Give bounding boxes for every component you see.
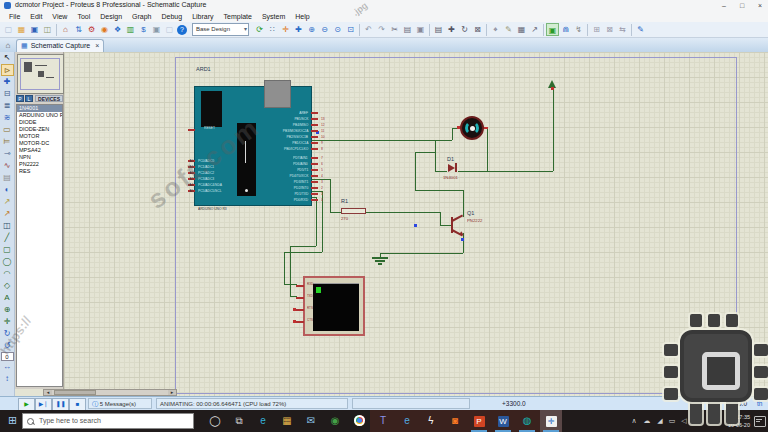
pan-button[interactable]: ✚: [292, 23, 305, 36]
make-device-button[interactable]: ✎: [502, 23, 515, 36]
library-button[interactable]: L: [25, 95, 33, 102]
schematic-module-button[interactable]: ⇅: [72, 23, 85, 36]
voltage-probe-mode[interactable]: ↗: [1, 196, 14, 208]
zoom-area-button[interactable]: ⊡: [344, 23, 357, 36]
bom-module-button[interactable]: $: [137, 23, 150, 36]
decompose-button[interactable]: ↗: [528, 23, 541, 36]
notification-center-icon[interactable]: [754, 416, 766, 427]
diode-component[interactable]: [448, 164, 455, 172]
zoom-in-button[interactable]: ⊕: [305, 23, 318, 36]
scrollbar-thumb[interactable]: [54, 390, 96, 395]
teams-taskbar-button[interactable]: T: [372, 410, 394, 432]
device-item-motor[interactable]: MOTOR: [17, 133, 62, 140]
menu-help[interactable]: Help: [290, 13, 314, 20]
block-move-button[interactable]: ✚: [445, 23, 458, 36]
wire-segment[interactable]: [312, 140, 452, 141]
packaging-tool-button[interactable]: ▦: [515, 23, 528, 36]
device-item-arduino uno r3[interactable]: ARDUINO UNO R3: [17, 112, 62, 119]
terminal-pin-stub[interactable]: [296, 297, 304, 299]
pin-stub[interactable]: [311, 118, 318, 120]
terminal-mode[interactable]: ⊨: [1, 136, 14, 148]
device-item-1n4001[interactable]: 1N4001: [17, 105, 62, 112]
cut-button[interactable]: ✂: [388, 23, 401, 36]
2d-circle-mode[interactable]: ◯: [1, 256, 14, 268]
subcircuit-mode[interactable]: ▭: [1, 124, 14, 136]
start-button[interactable]: ⊞: [6, 414, 19, 427]
menu-file[interactable]: File: [4, 13, 25, 20]
block-rotate-button[interactable]: ↻: [458, 23, 471, 36]
green-app-taskbar-button[interactable]: ◉: [324, 410, 346, 432]
schematic-canvas[interactable]: ARD1 RESET ARDUINO UNO R3 AREFPB5/SCK13P…: [64, 52, 768, 396]
maximize-button[interactable]: □: [734, 0, 750, 11]
network-icon[interactable]: ◢: [654, 410, 666, 432]
device-item-res[interactable]: RES: [17, 168, 62, 175]
wire-segment[interactable]: [463, 190, 464, 217]
virtual-terminal-component[interactable]: RXDTXDRTSCTS: [303, 276, 365, 336]
edge-taskbar-button[interactable]: e: [252, 410, 274, 432]
mirror-vertical[interactable]: ↕: [1, 373, 14, 385]
arduino-uno-component[interactable]: RESET ARDUINO UNO R3 AREFPB5/SCK13PB4/MI…: [194, 86, 312, 206]
wire-segment[interactable]: [366, 212, 440, 213]
wire-segment[interactable]: [415, 152, 435, 153]
tab-schematic-capture[interactable]: ▦Schematic Capture×: [16, 39, 104, 52]
mail-taskbar-button[interactable]: ✉: [300, 410, 322, 432]
wire-segment[interactable]: [487, 128, 488, 171]
redo-button[interactable]: ↷: [375, 23, 388, 36]
menu-library[interactable]: Library: [187, 13, 218, 20]
search-input[interactable]: Type here to search: [22, 413, 194, 429]
toggle-grid-button[interactable]: ∷: [266, 23, 279, 36]
device-item-npn[interactable]: NPN: [17, 154, 62, 161]
notes-module-button[interactable]: ▢: [163, 23, 176, 36]
pin-stub[interactable]: [311, 157, 318, 159]
powerpoint-taskbar-button[interactable]: P: [468, 410, 490, 432]
pin-stub[interactable]: [311, 199, 318, 201]
zoom-out-button[interactable]: ⊖: [318, 23, 331, 36]
schematic-overview-preview[interactable]: [17, 54, 64, 94]
device-item-pn2222[interactable]: PN2222: [17, 161, 62, 168]
wire-segment[interactable]: [435, 140, 436, 171]
onedrive-icon[interactable]: ☁: [641, 410, 653, 432]
2d-marker-mode[interactable]: ✛: [1, 316, 14, 328]
monitor-module-button[interactable]: ▣: [150, 23, 163, 36]
graph-mode[interactable]: ∿: [1, 160, 14, 172]
wire-segment[interactable]: [440, 212, 441, 225]
menu-tool[interactable]: Tool: [72, 13, 95, 20]
chrome-taskbar-button[interactable]: [348, 410, 370, 432]
remove-sheet-button[interactable]: ⊠: [603, 23, 616, 36]
text-script-mode[interactable]: ≣: [1, 100, 14, 112]
menu-edit[interactable]: Edit: [25, 13, 47, 20]
menu-debug[interactable]: Debug: [157, 13, 188, 20]
search-tag-button[interactable]: ↯: [572, 23, 585, 36]
goto-sheet-button[interactable]: ⇆: [616, 23, 629, 36]
2d-arc-mode[interactable]: ◠: [1, 268, 14, 280]
terminal-pin-stub[interactable]: [296, 321, 304, 323]
wire-segment[interactable]: [415, 152, 416, 190]
pin-stub[interactable]: [311, 124, 318, 126]
wire-autorouter-button[interactable]: ⋒: [559, 23, 572, 36]
new-sheet-button[interactable]: ⊞: [590, 23, 603, 36]
2d-line-mode[interactable]: ╱: [1, 232, 14, 244]
horizontal-scrollbar[interactable]: ◂ ▸: [43, 389, 177, 396]
close-project-button[interactable]: ◫: [41, 23, 54, 36]
mirror-horizontal[interactable]: ↔: [1, 361, 14, 373]
battery-icon[interactable]: ▭: [666, 410, 678, 432]
resistor-component[interactable]: [341, 208, 366, 214]
block-delete-button[interactable]: ⊠: [471, 23, 484, 36]
tab-close-icon[interactable]: ×: [95, 42, 99, 49]
wire-segment[interactable]: [380, 253, 463, 254]
paste-button[interactable]: ▣: [414, 23, 427, 36]
scroll-left-arrow[interactable]: ◂: [44, 390, 52, 395]
device-item-diode-zen[interactable]: DIODE-ZEN: [17, 126, 62, 133]
close-button[interactable]: ×: [752, 0, 768, 11]
word-taskbar-button[interactable]: W: [492, 410, 514, 432]
chevron-up-icon[interactable]: ∧: [628, 410, 640, 432]
selection-mode[interactable]: ↖: [1, 52, 14, 64]
device-item-diode[interactable]: DIODE: [17, 119, 62, 126]
wire-segment[interactable]: [290, 246, 316, 247]
wire-label-mode[interactable]: ⊟: [1, 88, 14, 100]
scroll-right-arrow[interactable]: ▸: [168, 390, 176, 395]
home-button[interactable]: ⌂: [59, 23, 72, 36]
pin-stub[interactable]: [311, 130, 318, 132]
home-tab-icon[interactable]: ⌂: [2, 40, 14, 51]
2d-path-mode[interactable]: ◇: [1, 280, 14, 292]
